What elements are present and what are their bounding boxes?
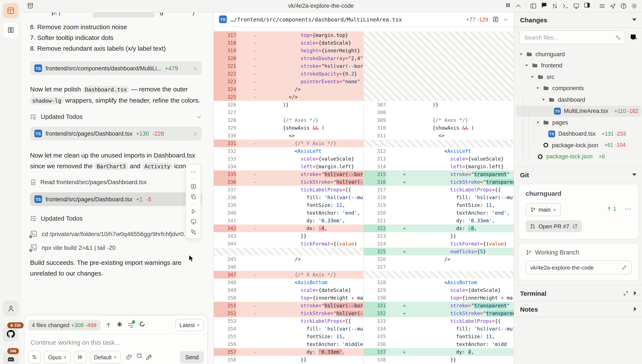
working-branch-input[interactable]: vk/4e2a-explore-the-code (526, 260, 632, 274)
cat-icon[interactable] (629, 33, 637, 42)
search-files-input[interactable] (523, 34, 613, 41)
panel-right-icon[interactable] (583, 2, 590, 10)
ts-file-icon: TS (34, 130, 42, 137)
terminal-command-row[interactable]: npx vite build 2>&1 | tail -20 (30, 244, 202, 251)
pointer-icon[interactable] (609, 2, 616, 10)
spinner-icon (139, 321, 146, 329)
more-options-icon[interactable]: ⋯ (624, 205, 632, 213)
expand-icon[interactable] (623, 290, 629, 296)
git-section-header[interactable]: Git (514, 167, 642, 182)
diff-line: 347-{/* X Axis */} (214, 271, 363, 278)
pencil-icon[interactable] (621, 265, 627, 270)
settings-sliders-button[interactable] (28, 351, 41, 364)
updated-todos-row[interactable]: Updated Todos (30, 113, 202, 120)
ahead-count[interactable]: 1 (606, 206, 616, 212)
tree-folder-frontend[interactable]: frontend (516, 60, 641, 71)
chat-bubble-icon[interactable] (541, 2, 547, 10)
search-files-box[interactable] (519, 30, 625, 44)
monitor-icon[interactable] (190, 218, 197, 225)
git-compare-icon[interactable] (190, 229, 197, 235)
inline-code: Dashboard.tsx (83, 86, 129, 93)
tree-folder-components[interactable]: components (516, 83, 641, 94)
tree-label: package-lock.json (552, 142, 598, 148)
deletions: -129 (477, 16, 488, 22)
latest-dropdown[interactable]: Latest∨ (175, 319, 204, 331)
ts-file-icon: TS (219, 16, 227, 23)
notification-dot (132, 320, 135, 324)
terminal-command-row[interactable]: cd /private/var/folders/10/h7w0q46556ggr… (30, 230, 202, 237)
files-changed-pill[interactable]: 4 files changed +308 -499 (28, 320, 101, 330)
starburst-icon[interactable] (116, 321, 123, 329)
panel-left-icon[interactable] (530, 2, 537, 10)
chat-panel: p, | g ) 6. Remove zoom instruction nois… (22, 12, 214, 364)
mode-selector[interactable]: Default∨ (90, 351, 121, 364)
chevron-right-icon (193, 131, 198, 136)
diff-body: 317-top={margin.top}318-scale={dateScale… (214, 31, 514, 364)
diff-view-toggle-icon[interactable] (492, 16, 499, 23)
discord-button[interactable]: 346 (3, 352, 19, 364)
changes-section-header[interactable]: Changes (514, 12, 642, 28)
help-icon[interactable] (620, 2, 627, 10)
assistant-paragraph: Now let me polish Dashboard.tsx — remove… (30, 84, 202, 106)
diff-line: 358}} (214, 356, 363, 364)
terminal-prompt-icon[interactable] (562, 2, 569, 10)
pause-icon[interactable] (505, 2, 511, 10)
chevron-down-icon[interactable] (196, 114, 202, 120)
branch-selector[interactable]: main∨ (526, 203, 561, 216)
diff-line: 325+numTicks={5} (363, 248, 514, 256)
tree-file-package-lock.json[interactable]: package-lock.json+6 (516, 151, 641, 162)
additions: +77 (466, 16, 476, 22)
tree-folder-dashboard[interactable]: dashboard (516, 94, 641, 106)
open-pr-button[interactable]: Open PR #7 (526, 220, 582, 232)
layout-panel-button[interactable] (3, 3, 19, 18)
diff-line: 353tickLabelProps={{ (214, 317, 363, 325)
tree-folder-churnguard[interactable]: churnguard (516, 48, 641, 60)
ellipsis-icon[interactable] (190, 168, 197, 175)
copy-icon[interactable] (190, 194, 197, 200)
diff-line: 318fill: 'hsl(var(--muted-foreg (363, 194, 514, 201)
diff-line: 332<AxisLeft (214, 147, 363, 155)
model-selector[interactable]: Opus∨ (44, 351, 71, 364)
github-button[interactable]: ★ 22k (3, 326, 19, 342)
updated-todos-row-2[interactable]: Updated Todos (30, 215, 202, 222)
cat-icon[interactable] (136, 353, 143, 362)
chevron-down-icon (541, 98, 545, 102)
file-chip-dashboard-2[interactable]: TS frontend/src/pages/Dashboard.tsx +1 -… (30, 192, 202, 206)
archive-icon[interactable] (27, 2, 34, 10)
terminal-section-header[interactable]: Terminal (514, 286, 642, 301)
notes-section-header[interactable]: Notes (514, 301, 642, 317)
grid-board-button[interactable] (3, 22, 19, 38)
monitor-icon[interactable] (573, 2, 580, 10)
tree-file-MultiLineArea.tsx[interactable]: TSMultiLineArea.tsx+110 -162 (516, 106, 641, 117)
fast-forward-button[interactable] (74, 351, 87, 364)
settings-gear-icon[interactable] (631, 2, 638, 10)
diff-line: 333tickLabelProps={{ (363, 317, 514, 325)
diff-line: 355fontSize: 11, (214, 333, 363, 340)
git-compare-icon[interactable] (551, 2, 558, 10)
todos-label: Updated Todos (41, 215, 83, 222)
profile-button[interactable] (3, 300, 19, 316)
todo-list-icon[interactable] (128, 322, 134, 328)
read-file-row[interactable]: Read frontend/src/pages/Dashboard.tsx (30, 178, 202, 186)
file-chip-multilinearea[interactable]: TS frontend/src/components/dashboard/Mul… (30, 62, 202, 75)
git-repo-card: churnguard main∨ 1 ⋯ Open PR #7 (518, 184, 639, 240)
tree-folder-src[interactable]: src (516, 71, 641, 83)
diff-line: 318-scale={dateScale} (214, 39, 363, 47)
file-chip-dashboard[interactable]: TS frontend/src/pages/Dashboard.tsx +130… (30, 127, 202, 140)
diff-gap (214, 248, 363, 256)
pen-nib-icon[interactable] (146, 354, 153, 360)
menu-icon[interactable] (599, 2, 605, 10)
collapse-up-icon[interactable] (515, 2, 522, 10)
tree-guide (540, 130, 540, 134)
collapse-inward-icon[interactable] (615, 34, 621, 40)
tree-label: MultiLineArea.tsx (564, 108, 608, 114)
send-button[interactable]: Send (180, 351, 204, 363)
arrow-up-icon[interactable] (105, 322, 112, 328)
paperclip-icon[interactable] (126, 354, 133, 360)
chevron-down-icon[interactable] (503, 16, 508, 22)
diff-line: 348<AxisBottom (214, 278, 363, 286)
diff-square-icon[interactable] (190, 183, 197, 190)
composer-input[interactable]: Continue working on this task... (25, 334, 207, 346)
play-icon[interactable] (190, 208, 197, 214)
diff-line: 350top={innerHeight + margin (214, 294, 363, 302)
